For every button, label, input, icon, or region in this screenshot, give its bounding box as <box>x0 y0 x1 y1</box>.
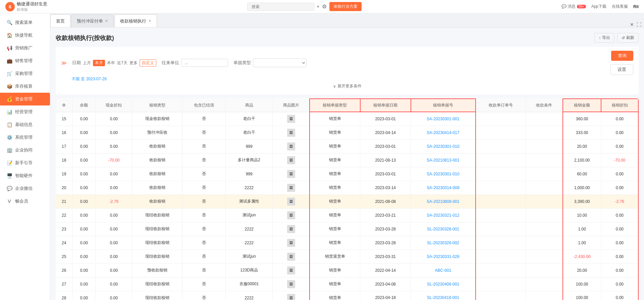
cell-receipt-order-no <box>476 167 526 181</box>
page-header: 收款核销执行(按收款) ↑ 导出 ↺ 刷新 <box>56 33 639 43</box>
cell-writeoff-bill-no[interactable]: SA-20210808-001 <box>411 195 476 208</box>
writeoff-bill-link[interactable]: SL-20230328-001 <box>427 227 459 231</box>
filter-settings-button[interactable]: 设置 <box>610 64 633 75</box>
export-button[interactable]: ↑ 导出 <box>594 33 614 43</box>
tab-receipt[interactable]: 收款核销执行 ✕ <box>114 14 157 27</box>
writeoff-bill-link[interactable]: SA-20230301-010 <box>427 172 459 176</box>
sidebar-item-finance[interactable]: 💰 资金管理 <box>0 93 50 105</box>
cell-writeoff-bill-no[interactable]: SL-20230328-001 <box>411 222 476 236</box>
voucher-type-select[interactable] <box>253 58 307 67</box>
table-row: 27 0.00 0.00 现结收款核销 否 衣服00001 🖼 销货单 2023… <box>56 277 638 291</box>
scroll-area[interactable]: ⚙ 余额 现金折扣 核销类型 包含已结清 商品 商品图片 核销单据类型 核销单据… <box>56 98 639 300</box>
main-layout: 🔍 搜索菜单 🏠 快捷导航 📢 营销推广 💼 销售管理 🛒 采购管理 📦 库存核… <box>0 13 644 300</box>
sidebar-label-hardware: 智能硬件 <box>15 173 33 179</box>
sidebar-item-sales[interactable]: 💼 销售管理 <box>0 54 50 67</box>
sidebar-item-basic[interactable]: 📋 基础信息 <box>0 118 50 131</box>
cell-writeoff-bill-date: 2023-03-14 <box>360 181 411 195</box>
operations-icon: 📊 <box>6 109 12 115</box>
filter-row-main: ≫ 日期 上月 本月 本年 近7天 更多 自定义 往来单位 <box>61 51 633 75</box>
date-option-this-month[interactable]: 本月 <box>93 60 105 66</box>
cell-balance: 0.00 <box>72 208 96 222</box>
collapse-arrow-icon[interactable]: ≫ <box>61 60 67 66</box>
refresh-icon: ↺ <box>622 36 625 40</box>
cell-cash-discount: 0.00 <box>96 126 132 139</box>
online-service-link[interactable]: 在线客服 <box>612 4 628 9</box>
writeoff-bill-link[interactable]: SL-20230408-001 <box>427 282 459 287</box>
tab-prepay[interactable]: 预付冲应付单 ✕ <box>71 14 114 27</box>
writeoff-bill-link[interactable]: SA-20230314-008 <box>427 185 459 190</box>
sidebar-item-enterprise[interactable]: 🏢 企业协同 <box>0 144 50 157</box>
tab-home[interactable]: 首页 <box>50 14 70 27</box>
export-label: 导出 <box>602 35 610 41</box>
writeoff-bill-link[interactable]: ABC-001 <box>435 268 451 273</box>
writeoff-bill-link[interactable]: SA-20230414-017 <box>427 130 459 135</box>
cell-writeoff-type: 预收款核销 <box>132 263 182 277</box>
cell-writeoff-amount: 100.00 <box>563 291 601 300</box>
writeoff-bill-link[interactable]: SA-20230301-010 <box>427 144 459 149</box>
cell-included-settled: 否 <box>182 236 225 250</box>
expand-conditions-button[interactable]: ∨ 展开更多条件 <box>333 83 362 89</box>
partner-filter-input[interactable] <box>181 59 228 67</box>
cell-receipt-terms <box>526 112 563 126</box>
date-option-7days[interactable]: 近7天 <box>117 60 127 66</box>
cell-cash-discount: 0.00 <box>96 291 132 300</box>
col-header-included-settled: 包含已结清 <box>182 99 225 112</box>
trial-button[interactable]: 体验行业方案 <box>329 2 362 11</box>
cell-writeoff-bill-no[interactable]: SA-20230301-001 <box>411 112 476 126</box>
writeoff-bill-link[interactable]: SL-20230418-001 <box>427 295 459 300</box>
search-input[interactable] <box>247 3 314 11</box>
tab-prepay-close[interactable]: ✕ <box>105 19 108 23</box>
sidebar-item-shortcuts[interactable]: 🏠 快捷导航 <box>0 29 50 42</box>
cell-goods: 123D商品 <box>225 263 272 277</box>
writeoff-bill-link[interactable]: SA-20230301-001 <box>427 117 459 121</box>
sidebar-item-inventory[interactable]: 📦 库存核算 <box>0 80 50 93</box>
cell-writeoff-bill-no[interactable]: SA-20230314-008 <box>411 181 476 195</box>
sidebar-item-operations[interactable]: 📊 经营管理 <box>0 105 50 118</box>
refresh-button[interactable]: ↺ 刷新 <box>617 33 639 43</box>
sidebar-item-wechat[interactable]: 💬 企业微信 <box>0 182 50 195</box>
cell-writeoff-type: 现结收款核销 <box>132 291 182 300</box>
writeoff-bill-link[interactable]: SA-20210808-001 <box>427 199 459 204</box>
cell-writeoff-bill-no[interactable]: SA-20230301-010 <box>411 139 476 153</box>
writeoff-bill-link[interactable]: SL-20230328-002 <box>427 241 459 245</box>
custom-date-button[interactable]: 自定义 <box>140 59 156 67</box>
cell-writeoff-type: 现结收款核销 <box>132 277 182 291</box>
cell-writeoff-bill-no[interactable]: ABC-001 <box>411 263 476 277</box>
sidebar-label-sales: 销售管理 <box>15 58 33 64</box>
writeoff-bill-link[interactable]: SA-20230331-026 <box>427 254 459 259</box>
date-option-prev-month[interactable]: 上月 <box>83 60 91 66</box>
sidebar-item-member[interactable]: V 畅会员 <box>0 195 50 208</box>
app-download-link[interactable]: App下载 <box>591 4 606 9</box>
cell-writeoff-bill-type: 销货单 <box>310 195 360 208</box>
cell-writeoff-bill-no[interactable]: SA-20230414-017 <box>411 126 476 139</box>
cell-writeoff-bill-no[interactable]: SA-20230331-026 <box>411 250 476 263</box>
sidebar-item-marketing[interactable]: 📢 营销推广 <box>0 42 50 54</box>
query-button[interactable]: 查询 <box>611 51 633 61</box>
cell-goods-image: 🖼 <box>273 263 310 277</box>
cell-writeoff-bill-no[interactable]: SA-20210813-001 <box>411 153 476 167</box>
cell-writeoff-bill-no[interactable]: SL-20230328-002 <box>411 236 476 250</box>
sidebar-item-search[interactable]: 🔍 搜索菜单 <box>0 16 50 29</box>
tab-close-all-button[interactable]: ✕ <box>630 22 634 27</box>
message-icon[interactable]: 💬 消息 99+ <box>561 4 586 9</box>
cell-writeoff-type: 收款核销 <box>132 181 182 195</box>
tab-receipt-close[interactable]: ✕ <box>148 19 151 23</box>
tab-maximize-button[interactable]: ⛶ <box>637 22 641 27</box>
cell-writeoff-bill-no[interactable]: SL-20230408-001 <box>411 277 476 291</box>
cell-no: 16 <box>56 126 72 139</box>
date-option-this-year[interactable]: 本年 <box>107 60 115 66</box>
sidebar-item-hardware[interactable]: 🖥️ 智能硬件 <box>0 169 50 182</box>
writeoff-bill-link[interactable]: SA-20210813-001 <box>427 158 459 163</box>
cell-writeoff-bill-no[interactable]: SL-20230418-001 <box>411 291 476 300</box>
sidebar-item-guide[interactable]: 📝 新手引导 <box>0 157 50 169</box>
sidebar-item-purchase[interactable]: 🛒 采购管理 <box>0 67 50 80</box>
writeoff-bill-link[interactable]: SA-20230321-012 <box>427 213 459 218</box>
cell-writeoff-bill-no[interactable]: SA-20230301-010 <box>411 167 476 181</box>
gear-button[interactable]: ⚙ <box>322 3 327 10</box>
date-option-more[interactable]: 更多 <box>129 60 138 66</box>
sidebar-item-system[interactable]: ⚙️ 系统管理 <box>0 131 50 144</box>
col-header-settings[interactable]: ⚙ <box>56 99 72 112</box>
cell-writeoff-bill-no[interactable]: SA-20230321-012 <box>411 208 476 222</box>
cell-writeoff-discount: -70.00 <box>601 153 638 167</box>
cell-goods-image: 🖼 <box>273 126 310 139</box>
